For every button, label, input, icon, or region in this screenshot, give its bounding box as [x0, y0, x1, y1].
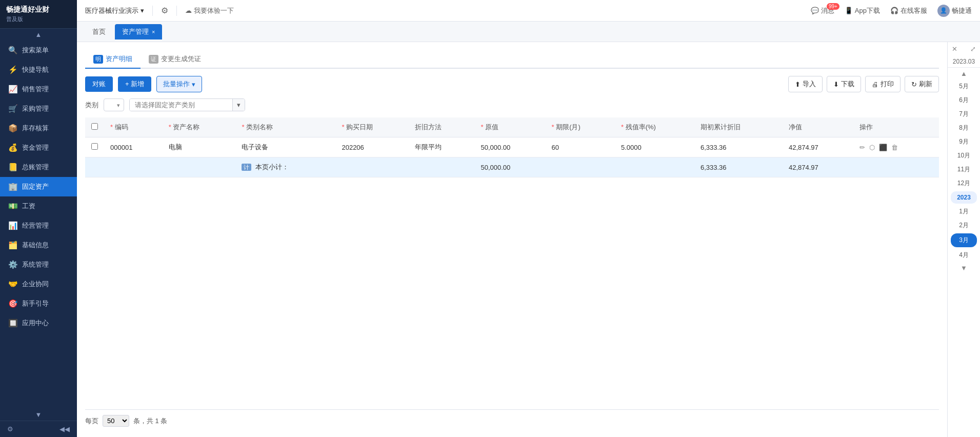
right-panel: ✕ ⤢ 2023.03 ▲ 5月 6月 7月 8月 9月 10月 11月 12月…	[947, 42, 980, 437]
new-button[interactable]: + 新增	[118, 76, 151, 92]
sidebar-scroll-up[interactable]: ▲	[0, 29, 77, 41]
sidebar-item-label: 基础信息	[22, 241, 49, 250]
tab-close-icon[interactable]: ×	[152, 29, 155, 35]
sidebar-item-sales[interactable]: 📈 销售管理	[0, 80, 77, 99]
panel-year: 2023.03	[948, 56, 980, 68]
page-size-select[interactable]: 50 20 100	[103, 415, 129, 427]
row-checkbox[interactable]	[91, 143, 98, 150]
panel-month-9[interactable]: 9月	[948, 135, 980, 149]
sidebar-nav: 🔍 搜索菜单 ⚡ 快捷导航 📈 销售管理 🛒 采购管理 📦 库存核算 💰 资金管…	[0, 41, 77, 409]
tab-asset-manage[interactable]: 资产管理 ×	[115, 24, 162, 39]
sidebar-item-enterprise[interactable]: 🤝 企业协同	[0, 274, 77, 294]
panel-month-11[interactable]: 11月	[948, 163, 980, 176]
asset-detail-icon: 明	[93, 55, 103, 64]
sidebar-item-operations[interactable]: 📊 经营管理	[0, 216, 77, 235]
sidebar-item-apps[interactable]: 🔲 应用中心	[0, 313, 77, 333]
row-category: 电子设备	[235, 137, 335, 157]
collapse-icon[interactable]: ◀◀	[59, 425, 70, 433]
panel-year-label: 2023	[951, 191, 977, 204]
panel-month-6[interactable]: 6月	[948, 93, 980, 107]
panel-month-12[interactable]: 12月	[948, 176, 980, 190]
app-download-label: App下载	[855, 6, 880, 15]
tab-change-voucher-label: 变更生成凭证	[161, 54, 201, 64]
customer-service-button[interactable]: 🎧 在线客服	[890, 6, 927, 15]
sidebar-item-guide[interactable]: 🎯 新手引导	[0, 294, 77, 313]
import-button[interactable]: ⬆ 导入	[788, 76, 823, 92]
table-container: 编码 资产名称 类别名称 购买日期 折旧方法 原值 期限(月) 残值率(%) 期…	[85, 117, 939, 409]
panel-up-arrow[interactable]: ▲	[948, 68, 980, 80]
settings-icon[interactable]: ⚙	[7, 425, 13, 433]
print-icon: 🖨	[872, 81, 878, 88]
panel-expand-icon[interactable]: ⤢	[970, 45, 976, 53]
panel-month-2[interactable]: 2月	[948, 218, 980, 232]
tab-asset-detail[interactable]: 明 资产明细	[85, 50, 141, 69]
ledger-icon: 📒	[8, 163, 18, 172]
sidebar-item-label: 库存核算	[22, 124, 49, 133]
edit-icon[interactable]: ✏	[859, 144, 865, 151]
subtotal-empty3	[163, 157, 236, 177]
panel-down-arrow[interactable]: ▼	[948, 262, 980, 274]
reconcile-button[interactable]: 对账	[85, 76, 113, 92]
panel-month-3-active[interactable]: 3月	[951, 233, 977, 247]
settings-gear-icon[interactable]: ⚙	[161, 6, 168, 15]
system-icon: ⚙️	[8, 260, 18, 269]
panel-month-7[interactable]: 7月	[948, 107, 980, 121]
category-select-wrap	[104, 98, 124, 111]
panel-month-1[interactable]: 1月	[948, 205, 980, 218]
sidebar-item-basic-info[interactable]: 🗂️ 基础信息	[0, 235, 77, 255]
batch-ops-button[interactable]: 批量操作 ▾	[156, 76, 202, 92]
tab-asset-manage-label: 资产管理	[122, 27, 149, 36]
header-purchase-date: 购买日期	[335, 117, 409, 137]
panel-month-5[interactable]: 5月	[948, 80, 980, 93]
sidebar-item-label: 快捷导航	[22, 65, 49, 74]
select-all-checkbox[interactable]	[91, 123, 98, 130]
table-header-row: 编码 资产名称 类别名称 购买日期 折旧方法 原值 期限(月) 残值率(%) 期…	[85, 117, 939, 137]
sidebar-item-label: 销售管理	[22, 85, 49, 94]
panel-close-icon[interactable]: ✕	[952, 45, 957, 53]
sidebar-item-quick-nav[interactable]: ⚡ 快捷导航	[0, 60, 77, 80]
main-area: 医疗器械行业演示 ▾ ⚙ ☁ 我要体验一下 💬 消息 99+ 📱 App下载 🎧…	[77, 0, 980, 437]
sidebar-item-fixed-assets[interactable]: 🏢 固定资产	[0, 177, 77, 196]
sidebar-item-finance[interactable]: 💰 资金管理	[0, 138, 77, 157]
print-button[interactable]: 🖨 打印	[865, 76, 901, 92]
sidebar-item-ledger[interactable]: 📒 总账管理	[0, 157, 77, 177]
header-code: 编码	[104, 117, 163, 137]
basic-info-icon: 🗂️	[8, 241, 18, 250]
print-label: 打印	[881, 80, 894, 89]
row-code: 000001	[104, 137, 163, 157]
sidebar-item-search[interactable]: 🔍 搜索菜单	[0, 41, 77, 60]
user-profile[interactable]: 👤 畅捷通	[937, 5, 972, 17]
delete-icon[interactable]: 🗑	[891, 144, 898, 151]
panel-month-8[interactable]: 8月	[948, 121, 980, 135]
download-button[interactable]: ⬇ 下载	[827, 76, 861, 92]
experience-button[interactable]: ☁ 我要体验一下	[185, 6, 234, 15]
panel-month-10[interactable]: 10月	[948, 149, 980, 163]
cloud-icon: ☁	[185, 7, 192, 14]
sidebar-item-system[interactable]: ⚙️ 系统管理	[0, 255, 77, 274]
row-residual-rate: 5.0000	[615, 137, 694, 157]
sidebar-scroll-down[interactable]: ▼	[0, 409, 77, 421]
app-download-button[interactable]: 📱 App下载	[845, 6, 880, 15]
sidebar-item-inventory[interactable]: 📦 库存核算	[0, 118, 77, 138]
sidebar-item-payroll[interactable]: 💵 工资	[0, 196, 77, 216]
asset-table: 编码 资产名称 类别名称 购买日期 折旧方法 原值 期限(月) 残值率(%) 期…	[85, 117, 939, 177]
avatar: 👤	[937, 5, 950, 17]
refresh-button[interactable]: ↻ 刷新	[905, 76, 939, 92]
more-icon[interactable]: ⬛	[879, 144, 887, 151]
dropdown-arrow-icon: ▾	[141, 7, 144, 14]
subtotal-empty1	[85, 157, 104, 177]
pagination: 每页 50 20 100 条，共 1 条	[85, 409, 939, 429]
app-edition: 普及版	[6, 15, 23, 23]
tab-change-voucher[interactable]: 证 变更生成凭证	[141, 50, 209, 69]
category-select[interactable]	[104, 98, 124, 111]
panel-month-4[interactable]: 4月	[948, 248, 980, 262]
subtotal-icon: 计	[242, 164, 251, 171]
category-input-arrow-icon[interactable]: ▾	[232, 99, 245, 111]
messages-button[interactable]: 💬 消息 99+	[811, 6, 834, 15]
category-input[interactable]	[130, 99, 232, 111]
sidebar-item-purchase[interactable]: 🛒 采购管理	[0, 99, 77, 118]
tab-home[interactable]: 首页	[85, 24, 113, 39]
copy-icon[interactable]: ⬡	[869, 144, 875, 151]
company-selector[interactable]: 医疗器械行业演示 ▾	[85, 6, 144, 15]
table-row: 000001 电脑 电子设备 202206 年限平均 50,000.00 60 …	[85, 137, 939, 157]
